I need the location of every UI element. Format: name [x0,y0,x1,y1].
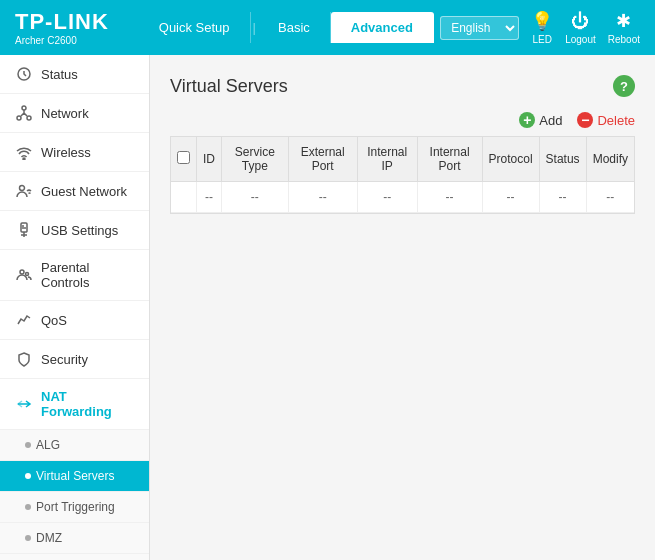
row-internal-ip: -- [357,182,417,213]
sidebar-sub-upnp[interactable]: UPnP [0,554,149,560]
sidebar-label-port-triggering: Port Triggering [36,500,115,514]
alg-bullet [25,442,31,448]
col-protocol: Protocol [482,137,539,182]
sidebar-label-dmz: DMZ [36,531,62,545]
logout-icon-btn[interactable]: ⏻ Logout [565,11,596,45]
led-icon-btn[interactable]: 💡 LED [531,10,553,45]
virtual-servers-bullet [25,473,31,479]
row-status: -- [539,182,586,213]
sidebar-label-network: Network [41,106,89,121]
row-service-type: -- [222,182,289,213]
virtual-servers-table-container: ID Service Type External Port Internal I… [170,136,635,214]
sidebar-sub-alg[interactable]: ALG [0,430,149,461]
row-id: -- [197,182,222,213]
wireless-icon [15,143,33,161]
sidebar-label-security: Security [41,352,88,367]
svg-point-5 [20,186,25,191]
reboot-symbol: ✱ [616,10,631,32]
sidebar-item-parental-controls[interactable]: Parental Controls [0,250,149,301]
row-protocol: -- [482,182,539,213]
dmz-bullet [25,535,31,541]
guest-network-icon [15,182,33,200]
row-external-port: -- [288,182,357,213]
sidebar-label-wireless: Wireless [41,145,91,160]
delete-label: Delete [597,113,635,128]
svg-point-7 [20,270,24,274]
row-modify: -- [586,182,634,213]
logo-area: TP-LINK Archer C2600 [15,9,109,46]
svg-point-1 [22,106,26,110]
sidebar-item-wireless[interactable]: Wireless [0,133,149,172]
add-icon: + [519,112,535,128]
sidebar-item-security[interactable]: Security [0,340,149,379]
port-triggering-bullet [25,504,31,510]
sidebar-item-guest-network[interactable]: Guest Network [0,172,149,211]
parental-controls-icon [15,266,33,284]
security-icon [15,350,33,368]
svg-point-2 [17,116,21,120]
delete-icon: − [577,112,593,128]
nav-quick-setup[interactable]: Quick Setup [139,12,251,43]
nav-basic[interactable]: Basic [258,12,331,43]
page-title-text: Virtual Servers [170,76,288,97]
add-label: Add [539,113,562,128]
col-status: Status [539,137,586,182]
sidebar-label-qos: QoS [41,313,67,328]
reboot-icon-btn[interactable]: ✱ Reboot [608,10,640,45]
sidebar-label-guest-network: Guest Network [41,184,127,199]
layout: Status Network Wireless Guest Network US [0,55,655,560]
brand-name: TP-LINK [15,9,109,35]
sidebar-label-alg: ALG [36,438,60,452]
led-label: LED [532,34,551,45]
page-title-row: Virtual Servers ? [170,75,635,97]
nav-divider1: | [253,20,256,35]
col-internal-ip: Internal IP [357,137,417,182]
table-row: -- -- -- -- -- -- -- -- [171,182,634,213]
select-all-checkbox[interactable] [177,151,190,164]
model-name: Archer C2600 [15,35,109,46]
qos-icon [15,311,33,329]
sidebar-sub-dmz[interactable]: DMZ [0,523,149,554]
network-icon [15,104,33,122]
nav-advanced[interactable]: Advanced [331,12,434,43]
col-id: ID [197,137,222,182]
led-symbol: 💡 [531,10,553,32]
sidebar-sub-nav: ALG Virtual Servers Port Triggering DMZ … [0,430,149,560]
language-select[interactable]: English Chinese [440,16,519,40]
sidebar-label-usb-settings: USB Settings [41,223,118,238]
row-internal-port: -- [417,182,482,213]
col-checkbox [171,137,197,182]
nav-tabs: Quick Setup | Basic Advanced [139,12,440,43]
main-content: Virtual Servers ? + Add − Delete [150,55,655,560]
sidebar: Status Network Wireless Guest Network US [0,55,150,560]
sidebar-label-parental-controls: Parental Controls [41,260,134,290]
sidebar-item-network[interactable]: Network [0,94,149,133]
col-modify: Modify [586,137,634,182]
sidebar-label-status: Status [41,67,78,82]
help-button[interactable]: ? [613,75,635,97]
virtual-servers-table: ID Service Type External Port Internal I… [171,137,634,213]
sidebar-sub-port-triggering[interactable]: Port Triggering [0,492,149,523]
delete-button[interactable]: − Delete [577,112,635,128]
toolbar: + Add − Delete [170,112,635,128]
status-icon [15,65,33,83]
sidebar-item-usb-settings[interactable]: USB Settings [0,211,149,250]
logout-symbol: ⏻ [571,11,589,32]
sidebar-item-status[interactable]: Status [0,55,149,94]
sidebar-item-qos[interactable]: QoS [0,301,149,340]
nat-forwarding-icon [15,395,33,413]
sidebar-label-virtual-servers: Virtual Servers [36,469,114,483]
logout-label: Logout [565,34,596,45]
svg-point-8 [26,273,29,276]
reboot-label: Reboot [608,34,640,45]
col-internal-port: Internal Port [417,137,482,182]
add-button[interactable]: + Add [519,112,562,128]
sidebar-sub-virtual-servers[interactable]: Virtual Servers [0,461,149,492]
row-checkbox-cell [171,182,197,213]
svg-point-4 [23,158,25,160]
usb-settings-icon [15,221,33,239]
col-external-port: External Port [288,137,357,182]
header: TP-LINK Archer C2600 Quick Setup | Basic… [0,0,655,55]
svg-point-3 [27,116,31,120]
sidebar-item-nat-forwarding[interactable]: NAT Forwarding [0,379,149,430]
